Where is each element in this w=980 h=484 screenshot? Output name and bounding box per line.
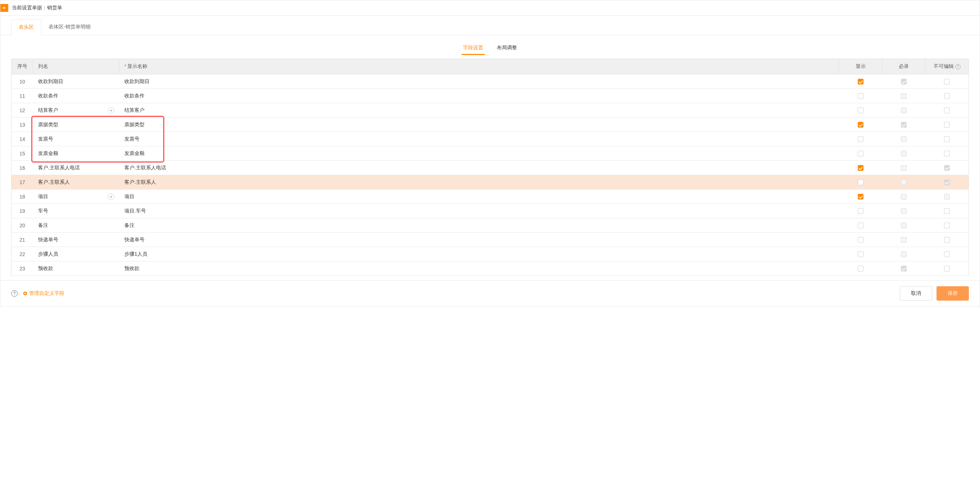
checkbox-required — [901, 223, 907, 228]
checkbox-show[interactable] — [858, 194, 864, 199]
tab-secondary-1[interactable]: 布局调整 — [495, 42, 519, 55]
save-button[interactable]: 保存 — [937, 286, 969, 301]
table-row: 20备注备注 — [11, 218, 969, 232]
plus-icon[interactable]: + — [108, 193, 115, 200]
table-row: 21快递单号快递单号 — [11, 232, 969, 247]
tab-primary-1[interactable]: 表体区-销货单明细 — [41, 19, 98, 35]
row-display-name[interactable]: 客户.主联系人电话 — [119, 161, 839, 175]
checkbox-readonly[interactable] — [944, 151, 950, 156]
checkbox-readonly[interactable] — [944, 266, 950, 271]
cancel-button[interactable]: 取消 — [900, 286, 932, 301]
checkbox-readonly-cell — [925, 233, 969, 246]
row-name: 发票金额 — [33, 147, 119, 160]
chevron-right-double-icon — [2, 6, 6, 10]
checkbox-required-cell — [882, 89, 925, 102]
row-name: 票据类型 — [33, 118, 119, 132]
row-display-name[interactable]: 发票金额 — [119, 147, 839, 160]
checkbox-required — [901, 79, 907, 84]
checkbox-readonly-cell — [925, 132, 969, 146]
checkbox-show[interactable] — [858, 122, 864, 127]
row-seq: 11 — [11, 89, 33, 102]
checkbox-show[interactable] — [858, 252, 864, 257]
checkbox-readonly[interactable] — [944, 79, 950, 84]
checkbox-readonly-cell — [925, 89, 969, 102]
checkbox-readonly[interactable] — [944, 252, 950, 257]
checkbox-show[interactable] — [858, 108, 864, 113]
checkbox-show[interactable] — [858, 208, 864, 214]
row-name: 客户.主联系人电话 — [33, 161, 119, 175]
table-header: 序号 列名 *显示名称 显示 必录 不可编辑? — [11, 59, 969, 75]
header-required: 必录 — [882, 59, 925, 74]
checkbox-show[interactable] — [858, 165, 864, 171]
row-name: 结算客户+ — [33, 103, 119, 117]
row-name: 车号 — [33, 204, 119, 218]
checkbox-show-cell — [839, 89, 882, 102]
row-display-name[interactable]: 步骤1人员 — [119, 247, 839, 261]
checkbox-show[interactable] — [858, 136, 864, 142]
row-name-label: 客户.主联系人 — [38, 179, 70, 185]
row-name-label: 收款到期日 — [38, 78, 63, 84]
header-name: 列名 — [33, 59, 119, 74]
row-display-name[interactable]: 结算客户 — [119, 103, 839, 117]
row-display-name[interactable]: 票据类型 — [119, 118, 839, 132]
header-show: 显示 — [839, 59, 882, 74]
row-name: 收款条件 — [33, 89, 119, 103]
checkbox-show[interactable] — [858, 93, 864, 99]
row-display-name[interactable]: 快递单号 — [119, 233, 839, 247]
tab-secondary-0[interactable]: 字段设置 — [461, 42, 485, 55]
checkbox-readonly[interactable] — [944, 136, 950, 142]
checkbox-show-cell — [839, 204, 882, 218]
row-display-name[interactable]: 发票号 — [119, 132, 839, 146]
page-container: 当前设置单据：销货单 表头区表体区-销货单明细 字段设置布局调整 序号 列名 *… — [0, 0, 980, 307]
row-seq: 22 — [11, 248, 33, 261]
row-display-name[interactable]: 收款条件 — [119, 89, 839, 103]
checkbox-show[interactable] — [858, 79, 864, 84]
row-display-name[interactable]: 备注 — [119, 219, 839, 232]
checkbox-required — [901, 122, 907, 127]
checkbox-show-cell — [839, 103, 882, 117]
checkbox-show[interactable] — [858, 151, 864, 156]
checkbox-show[interactable] — [858, 237, 864, 243]
required-mark-icon: * — [124, 63, 126, 69]
footer-bar: ? 管理自定义字段 取消 保存 — [0, 280, 980, 306]
checkbox-readonly — [944, 194, 950, 199]
help-icon[interactable]: ? — [955, 64, 961, 69]
row-name-label: 项目 — [38, 193, 48, 199]
collapse-toggle[interactable] — [0, 4, 8, 12]
checkbox-required-cell — [882, 190, 925, 203]
checkbox-readonly-cell — [925, 118, 969, 131]
checkbox-readonly[interactable] — [944, 108, 950, 113]
row-display-name[interactable]: 项目.车号 — [119, 204, 839, 218]
table-container: 序号 列名 *显示名称 显示 必录 不可编辑? 10收款到期日收款到期日11收款… — [0, 55, 980, 276]
question-icon[interactable]: ? — [11, 290, 18, 297]
row-display-name[interactable]: 客户.主联系人 — [119, 175, 839, 189]
row-display-name[interactable]: 收款到期日 — [119, 75, 839, 88]
checkbox-readonly[interactable] — [944, 93, 950, 99]
plus-icon[interactable]: + — [108, 107, 115, 114]
row-name-label: 步骤人员 — [38, 251, 58, 257]
manage-custom-fields-link[interactable]: 管理自定义字段 — [23, 290, 64, 297]
row-display-name[interactable]: 项目 — [119, 190, 839, 204]
row-name-label: 发票号 — [38, 136, 53, 142]
checkbox-readonly-cell — [925, 247, 969, 261]
checkbox-readonly[interactable] — [944, 237, 950, 243]
checkbox-readonly[interactable] — [944, 223, 950, 228]
row-name: 预收款 — [33, 262, 119, 275]
checkbox-show[interactable] — [858, 180, 864, 185]
row-name: 项目+ — [33, 190, 119, 204]
checkbox-readonly-cell — [925, 147, 969, 160]
tab-primary-0[interactable]: 表头区 — [11, 19, 41, 36]
row-seq: 17 — [11, 176, 33, 189]
checkbox-required-cell — [882, 219, 925, 232]
checkbox-required — [901, 208, 907, 214]
checkbox-show[interactable] — [858, 266, 864, 271]
checkbox-readonly[interactable] — [944, 208, 950, 214]
checkbox-readonly-cell — [925, 219, 969, 232]
checkbox-show-cell — [839, 247, 882, 261]
table-body: 10收款到期日收款到期日11收款条件收款条件12结算客户+结算客户13票据类型票… — [11, 75, 969, 276]
row-name: 收款到期日 — [33, 75, 119, 88]
checkbox-readonly-cell — [925, 103, 969, 117]
row-display-name[interactable]: 预收款 — [119, 262, 839, 275]
checkbox-readonly[interactable] — [944, 122, 950, 127]
checkbox-show[interactable] — [858, 223, 864, 228]
